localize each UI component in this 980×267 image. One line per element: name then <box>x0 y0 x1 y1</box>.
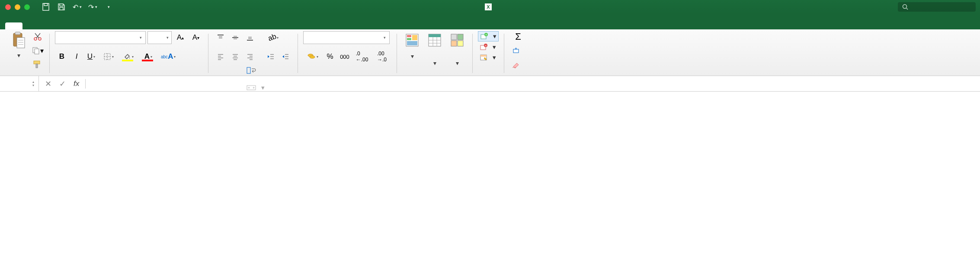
svg-text:×: × <box>485 44 487 48</box>
number-format-select[interactable]: ▾ <box>303 31 390 44</box>
cell-styles-icon <box>449 32 465 48</box>
align-top-button[interactable] <box>214 31 227 44</box>
tab-formulas[interactable] <box>57 22 74 29</box>
format-cells-button[interactable]: ▾ <box>478 53 498 62</box>
tab-home[interactable] <box>5 22 22 29</box>
chevron-down-icon: ▾ <box>17 52 20 59</box>
decrease-indent-button[interactable] <box>264 50 278 63</box>
cond-fmt-icon <box>404 32 420 48</box>
borders-button[interactable]: ▾ <box>99 50 118 63</box>
phonetic-button[interactable]: abcA▾ <box>159 50 178 63</box>
decrease-decimal-button[interactable]: .00→.0 <box>372 50 391 63</box>
underline-button[interactable]: U▾ <box>84 50 98 63</box>
clear-button[interactable] <box>509 59 522 70</box>
align-left-button[interactable] <box>214 50 227 63</box>
merge-center-button[interactable]: ▾ <box>243 80 268 95</box>
cancel-formula-button[interactable]: ✕ <box>45 79 51 89</box>
svg-rect-67 <box>451 41 457 46</box>
group-font: ▾ ▾ A▴ A▾ B I U▾ ▾ ▾ A▾ abcA▾ <box>50 31 208 76</box>
svg-rect-7 <box>15 32 20 35</box>
undo-icon[interactable]: ↶▾ <box>70 2 84 12</box>
insert-cell-icon: + <box>480 33 488 40</box>
delete-cells-button[interactable]: ×▾ <box>478 42 498 52</box>
cell-styles-button[interactable]: ▾ <box>447 31 467 67</box>
paste-button[interactable]: ▾ <box>9 31 29 60</box>
save-icon[interactable] <box>54 2 69 12</box>
increase-indent-button[interactable] <box>279 50 292 63</box>
qat-customize-icon[interactable]: ▾ <box>101 2 115 12</box>
formula-bar: ▴▾ ✕ ✓ fx <box>0 76 980 92</box>
align-right-button[interactable] <box>243 50 257 63</box>
svg-rect-50 <box>247 67 250 73</box>
italic-button[interactable]: I <box>70 50 83 63</box>
font-name-select[interactable]: ▾ <box>55 31 146 44</box>
name-box[interactable]: ▴▾ <box>0 76 39 91</box>
svg-rect-60 <box>429 34 441 37</box>
tab-insert[interactable] <box>22 22 40 29</box>
currency-button[interactable]: ▾ <box>303 50 322 63</box>
minimize-window-icon[interactable] <box>15 4 20 10</box>
increase-decimal-button[interactable]: .0←.00 <box>352 50 372 63</box>
insert-cells-button[interactable]: +▾ <box>478 31 499 41</box>
svg-rect-68 <box>458 41 463 46</box>
cut-button[interactable] <box>31 31 44 42</box>
tab-review[interactable] <box>92 22 109 29</box>
titlebar: ↶▾ ↷▾ ▾ X <box>0 0 980 14</box>
align-bottom-button[interactable] <box>243 31 257 44</box>
group-number: ▾ ▾ % 000 .0←.00 .00→.0 <box>298 31 397 76</box>
svg-point-4 <box>903 5 907 9</box>
format-as-table-button[interactable]: ▾ <box>425 31 445 67</box>
spreadsheet-grid[interactable] <box>0 92 980 267</box>
window-controls <box>0 4 30 10</box>
redo-icon[interactable]: ↷▾ <box>85 2 100 12</box>
ribbon-tabs <box>0 14 980 29</box>
svg-text:+: + <box>485 33 487 37</box>
comma-style-button[interactable]: 000 <box>338 50 352 63</box>
svg-rect-17 <box>35 49 39 54</box>
accept-formula-button[interactable]: ✓ <box>59 79 66 89</box>
autosave-icon[interactable] <box>38 2 53 12</box>
svg-rect-65 <box>451 34 457 40</box>
fill-button[interactable] <box>509 45 522 56</box>
svg-rect-1 <box>44 3 48 6</box>
group-alignment: ab▾ ▾ <box>208 31 298 76</box>
fx-icon[interactable]: fx <box>74 79 79 88</box>
svg-rect-55 <box>407 35 411 37</box>
orientation-button[interactable]: ab▾ <box>264 31 283 44</box>
paste-icon <box>10 32 27 48</box>
autosum-button[interactable]: Σ <box>509 31 527 42</box>
svg-rect-77 <box>513 49 519 53</box>
delete-cell-icon: × <box>480 44 487 51</box>
font-size-select[interactable]: ▾ <box>147 31 172 44</box>
svg-rect-19 <box>36 64 38 68</box>
copy-button[interactable]: ▾ <box>31 45 44 56</box>
svg-rect-76 <box>480 55 487 57</box>
document-title: X <box>484 3 496 11</box>
wrap-text-button[interactable] <box>243 63 262 78</box>
format-painter-button[interactable] <box>31 59 44 70</box>
group-styles: ▾ ▾ ▾ <box>397 31 472 76</box>
align-middle-button[interactable] <box>228 31 242 44</box>
svg-rect-56 <box>407 38 411 40</box>
bold-button[interactable]: B <box>55 50 69 63</box>
tab-view[interactable] <box>109 22 126 29</box>
percent-button[interactable]: % <box>323 50 337 63</box>
svg-rect-58 <box>407 41 417 45</box>
decrease-font-button[interactable]: A▾ <box>189 31 203 44</box>
fill-color-button[interactable]: ▾ <box>119 50 138 63</box>
group-editing: Σ <box>504 31 532 76</box>
close-window-icon[interactable] <box>5 4 11 10</box>
svg-rect-0 <box>43 3 49 10</box>
namebox-stepper-icon[interactable]: ▴▾ <box>32 80 34 87</box>
search-icon <box>902 4 908 10</box>
maximize-window-icon[interactable] <box>24 4 30 10</box>
align-center-button[interactable] <box>228 50 242 63</box>
increase-font-button[interactable]: A▴ <box>173 31 187 44</box>
font-color-button[interactable]: A▾ <box>139 50 158 63</box>
tab-data[interactable] <box>74 22 92 29</box>
tab-layout[interactable] <box>40 22 57 29</box>
svg-rect-57 <box>412 35 417 40</box>
search-input[interactable] <box>898 2 976 12</box>
svg-line-5 <box>906 8 908 10</box>
conditional-formatting-button[interactable]: ▾ <box>402 31 422 60</box>
